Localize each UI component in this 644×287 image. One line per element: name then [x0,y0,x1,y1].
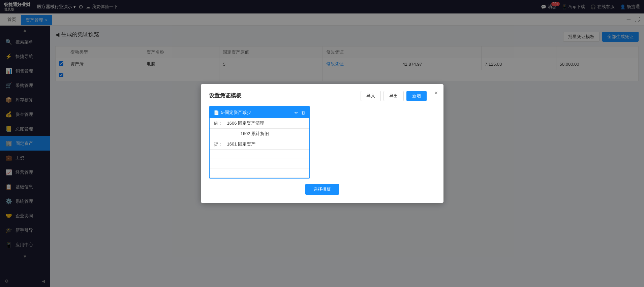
template-header-right: ✏ 🗑 [295,110,305,115]
dialog-close-button[interactable]: × [434,90,438,97]
template-edit-icon[interactable]: ✏ [295,110,298,115]
template-entry-3: 贷： 1601 固定资产 [210,139,309,150]
template-delete-icon[interactable]: 🗑 [301,110,305,115]
add-template-button[interactable]: 新增 [406,91,427,101]
dialog-toolbar: 导入 导出 新增 [361,91,427,101]
select-template-button[interactable]: 选择模板 [305,184,339,195]
entry-account-1: 1606 固定资产清理 [227,120,305,126]
template-card: 📄 5-固定资产减少 ✏ 🗑 借： 1606 固定资产清理 1602 累计折旧 [209,106,310,179]
template-header-left: 📄 5-固定资产减少 [214,109,251,116]
template-entry-empty-2 [210,159,309,168]
export-button[interactable]: 导出 [384,91,404,101]
template-entry-empty-1 [210,150,309,159]
entry-direction-1: 借： [214,120,227,126]
template-card-body: 借： 1606 固定资产清理 1602 累计折旧 贷： 1601 固定资产 [210,118,309,178]
template-entry-empty-3 [210,168,309,178]
template-doc-icon: 📄 [214,110,219,115]
entry-account-3: 1601 固定资产 [227,141,305,147]
modal-overlay: × 设置凭证模板 导入 导出 新增 📄 5-固定资产减少 ✏ 🗑 借： [0,0,644,287]
template-card-header: 📄 5-固定资产减少 ✏ 🗑 [210,107,309,118]
entry-account-2: 1602 累计折旧 [227,131,305,137]
template-dialog: × 设置凭证模板 导入 导出 新增 📄 5-固定资产减少 ✏ 🗑 借： [201,84,443,203]
import-button[interactable]: 导入 [361,91,381,101]
template-entry-1: 借： 1606 固定资产清理 [210,118,309,129]
template-entry-2: 1602 累计折旧 [210,129,309,139]
template-name: 5-固定资产减少 [221,109,251,116]
entry-direction-3: 贷： [214,141,227,147]
